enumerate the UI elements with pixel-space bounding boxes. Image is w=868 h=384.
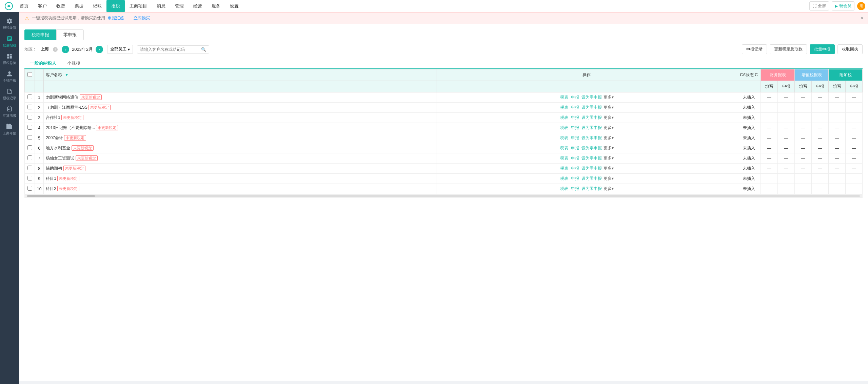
retrieve-button[interactable]: 收取回执 bbox=[837, 44, 863, 54]
op-report-6[interactable]: 申报 bbox=[571, 156, 579, 161]
sort-icon[interactable]: ▼ bbox=[65, 72, 69, 77]
row-add-report-3: — bbox=[846, 123, 863, 133]
row-select-9[interactable] bbox=[27, 186, 32, 191]
row-select-8[interactable] bbox=[27, 176, 32, 180]
op-tax-table-8[interactable]: 税表 bbox=[560, 176, 568, 181]
nav-service[interactable]: 服务 bbox=[207, 0, 225, 12]
op-tax-table-0[interactable]: 税表 bbox=[560, 95, 568, 100]
update-tax-button[interactable]: 更新税定及取数 bbox=[770, 44, 807, 54]
op-more-5[interactable]: 更多▾ bbox=[604, 146, 614, 150]
op-report-8[interactable]: 申报 bbox=[571, 176, 579, 181]
op-more-9[interactable]: 更多▾ bbox=[604, 186, 614, 191]
record-button[interactable]: 申报记录 bbox=[742, 44, 767, 54]
op-report-7[interactable]: 申报 bbox=[571, 166, 579, 171]
nav-settings[interactable]: 设置 bbox=[225, 0, 243, 12]
op-zero-9[interactable]: 设为零申报 bbox=[581, 186, 602, 191]
notice-close-button[interactable]: × bbox=[861, 15, 864, 21]
sub-tab-general[interactable]: 一般的纳税人 bbox=[24, 58, 62, 69]
nav-business[interactable]: 工商项目 bbox=[125, 0, 152, 12]
sidebar-item-batch-report[interactable]: 批量报税 bbox=[0, 33, 19, 50]
row-select-1[interactable] bbox=[27, 105, 32, 109]
nav-message[interactable]: 消息 bbox=[152, 0, 170, 12]
op-report-1[interactable]: 申报 bbox=[571, 105, 579, 110]
row-select-7[interactable] bbox=[27, 166, 32, 170]
notice-text: 一键报税功能已过试用期，请购买后使用 bbox=[32, 15, 105, 21]
op-tax-table-1[interactable]: 税表 bbox=[560, 105, 568, 110]
op-more-8[interactable]: 更多▾ bbox=[604, 176, 614, 181]
department-select[interactable]: 全部员工 ▾ bbox=[107, 45, 133, 54]
op-more-7[interactable]: 更多▾ bbox=[604, 166, 614, 171]
op-tax-table-5[interactable]: 税表 bbox=[560, 146, 568, 150]
sidebar-item-annual[interactable]: 汇算清缴 bbox=[0, 103, 19, 121]
search-icon[interactable]: 🔍 bbox=[201, 47, 206, 52]
op-more-0[interactable]: 更多▾ bbox=[604, 95, 614, 100]
op-more-2[interactable]: 更多▾ bbox=[604, 115, 614, 120]
op-tax-table-3[interactable]: 税表 bbox=[560, 125, 568, 130]
op-report-3[interactable]: 申报 bbox=[571, 125, 579, 130]
nav-tax[interactable]: 报税 bbox=[106, 0, 125, 12]
row-add-fill-2: — bbox=[829, 113, 846, 123]
row-finance-report-6: — bbox=[778, 153, 795, 164]
horizontal-scrollbar[interactable] bbox=[24, 194, 863, 198]
row-select-6[interactable] bbox=[27, 155, 32, 160]
sidebar-item-personal-tax[interactable]: 个税申报 bbox=[0, 68, 19, 85]
op-more-6[interactable]: 更多▾ bbox=[604, 156, 614, 161]
date-prev-button[interactable]: ‹ bbox=[62, 46, 69, 53]
row-tax-fill-3: — bbox=[795, 123, 812, 133]
op-tax-table-7[interactable]: 税表 bbox=[560, 166, 568, 171]
member-button[interactable]: ▶ 畅会员 bbox=[832, 1, 854, 10]
op-report-5[interactable]: 申报 bbox=[571, 146, 579, 150]
nav-invoice[interactable]: 票据 bbox=[70, 0, 88, 12]
op-zero-7[interactable]: 设为零申报 bbox=[581, 166, 602, 171]
sub-tab-small-scale[interactable]: 小规模 bbox=[62, 58, 86, 69]
tab-zero-report[interactable]: 零申报 bbox=[56, 29, 84, 40]
info-icon[interactable]: i bbox=[53, 47, 58, 52]
sidebar-item-record[interactable]: 报税记录 bbox=[0, 85, 19, 103]
sidebar-item-business-report[interactable]: 工商年报 bbox=[0, 121, 19, 138]
op-report-2[interactable]: 申报 bbox=[571, 115, 579, 120]
nav-customer[interactable]: 客户 bbox=[33, 0, 52, 12]
op-zero-8[interactable]: 设为零申报 bbox=[581, 176, 602, 181]
nav-operations[interactable]: 经营 bbox=[189, 0, 207, 12]
sidebar-item-overview[interactable]: 报税总览 bbox=[0, 50, 19, 68]
op-more-1[interactable]: 更多▾ bbox=[604, 105, 614, 110]
op-zero-0[interactable]: 设为零申报 bbox=[581, 95, 602, 100]
op-report-9[interactable]: 申报 bbox=[571, 186, 579, 191]
op-tax-table-2[interactable]: 税表 bbox=[560, 115, 568, 120]
op-more-4[interactable]: 更多▾ bbox=[604, 135, 614, 140]
op-zero-1[interactable]: 设为零申报 bbox=[581, 105, 602, 110]
fullscreen-button[interactable]: ⛶ 全屏 bbox=[809, 1, 829, 10]
op-report-4[interactable]: 申报 bbox=[571, 135, 579, 140]
tab-tax-report[interactable]: 税款申报 bbox=[24, 29, 56, 40]
notice-link-report[interactable]: 申报汇签 bbox=[108, 15, 124, 21]
op-more-3[interactable]: 更多▾ bbox=[604, 125, 614, 130]
row-select-5[interactable] bbox=[27, 145, 32, 150]
batch-report-button[interactable]: 批量申报 bbox=[810, 44, 835, 54]
select-all-checkbox[interactable] bbox=[27, 72, 32, 77]
nav-accounting[interactable]: 记账 bbox=[88, 0, 106, 12]
notice-link-buy[interactable]: 立即购买 bbox=[134, 15, 150, 21]
op-zero-2[interactable]: 设为零申报 bbox=[581, 115, 602, 120]
nav-management[interactable]: 管理 bbox=[170, 0, 189, 12]
sidebar-item-tax-settings[interactable]: 报税设置 bbox=[0, 15, 19, 33]
search-input[interactable] bbox=[140, 46, 201, 53]
nav-home[interactable]: 首页 bbox=[15, 0, 33, 12]
op-report-0[interactable]: 申报 bbox=[571, 95, 579, 100]
row-select-0[interactable] bbox=[27, 94, 32, 99]
op-zero-4[interactable]: 设为零申报 bbox=[581, 135, 602, 140]
nav-billing[interactable]: 收费 bbox=[52, 0, 70, 12]
row-finance-report-0: — bbox=[778, 92, 795, 103]
scrollbar-thumb[interactable] bbox=[27, 195, 95, 197]
row-select-2[interactable] bbox=[27, 115, 32, 120]
op-tax-table-4[interactable]: 税表 bbox=[560, 135, 568, 140]
date-next-button[interactable]: › bbox=[96, 46, 103, 53]
avatar[interactable]: 用 bbox=[857, 2, 865, 10]
op-zero-5[interactable]: 设为零申报 bbox=[581, 146, 602, 150]
op-tax-table-6[interactable]: 税表 bbox=[560, 156, 568, 161]
row-select-3[interactable] bbox=[27, 125, 32, 130]
row-finance-fill-1: — bbox=[761, 103, 778, 113]
op-zero-6[interactable]: 设为零申报 bbox=[581, 156, 602, 161]
op-zero-3[interactable]: 设为零申报 bbox=[581, 125, 602, 130]
row-select-4[interactable] bbox=[27, 135, 32, 140]
op-tax-table-9[interactable]: 税表 bbox=[560, 186, 568, 191]
